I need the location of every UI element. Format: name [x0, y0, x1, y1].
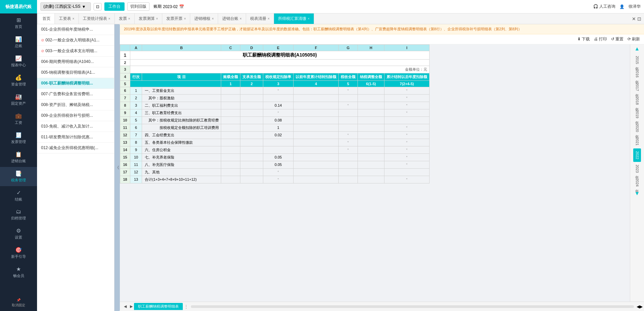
user-name[interactable]: 徐泽华 [629, 4, 641, 9]
year-2020[interactable]: 2020年 [633, 121, 641, 135]
table-title-row: 1 职工薪酬纳税调整明细表(A105050) [120, 51, 430, 59]
download-button[interactable]: ⬇ 下载 [577, 36, 590, 42]
tab-tax-list[interactable]: 税表清册 × [246, 13, 274, 24]
sidebar-item-archive[interactable]: 🗂 归档管理 [0, 205, 37, 224]
tab-tax-filing[interactable]: 所得税汇算清缴 × [274, 13, 314, 24]
tab-salary[interactable]: 工资表 × [55, 13, 79, 24]
sidebar-item-home[interactable]: ⊞ 首页 [0, 13, 37, 33]
year-2019[interactable]: 2019年 [633, 107, 641, 121]
year-nav-up[interactable]: ▲ [630, 44, 644, 53]
col-header-F: F [294, 44, 339, 51]
warning-text: 2019年度涉及取以前年度结转数据的申报表单元格需要手工维护正确，才能据证本年及… [124, 27, 522, 31]
sidebar-item-label: 进销台账 [11, 159, 26, 164]
form-list-item-009[interactable]: 009-企业所得税弥补亏损明... [37, 110, 114, 121]
user-avatar[interactable]: 👤 [619, 4, 624, 9]
form-list-item-005[interactable]: 005-纳税调整项目明细表(A1... [37, 67, 114, 78]
form-list-item-004[interactable]: 004-期间费用明细表(A1040... [37, 57, 114, 67]
year-2016[interactable]: 2016年 [633, 67, 641, 80]
form-list-item-008[interactable]: 008-资产折旧、摊销及纳税... [37, 100, 114, 110]
sidebar-item-settings[interactable]: ⚙ 设置 [0, 224, 37, 243]
tab-home[interactable]: 首页 [38, 13, 55, 24]
main-area: (勿删) 江西皖宝-LSS ▼ ⊡ 工作台 切到旧版 账期 2023-02 📅 … [37, 0, 644, 311]
scroll-right-icon[interactable]: ▶ [640, 304, 643, 309]
sidebar-item-label: 首页 [15, 24, 22, 29]
form-list-item-001[interactable]: 001-企业所得税年度纳税申... [37, 24, 114, 35]
bottom-tab-menu[interactable]: ⋮ [184, 304, 188, 309]
year-2022[interactable]: 2022年 [633, 148, 641, 162]
sheet-area[interactable]: A B C D E F G H I [120, 44, 630, 302]
year-2017[interactable]: 2017年 [633, 80, 641, 94]
year-2021[interactable]: 2021年 [633, 135, 641, 148]
bottom-nav-next[interactable]: ▶ [129, 304, 134, 309]
tab-invoice-calc[interactable]: 发票测算 × [135, 13, 163, 24]
tab-salary-close[interactable]: × [72, 17, 74, 21]
tab-invoice[interactable]: 发票 × [115, 13, 135, 24]
refresh-button[interactable]: ⟳ 刷新 [628, 36, 640, 42]
tab-salary-report[interactable]: 工资统计报表 × [79, 13, 115, 24]
table-row: 14 9 六、住房公积金 * * [120, 146, 430, 153]
form-list-item-010[interactable]: 010-免税、减计收入及加计... [37, 121, 114, 132]
tab-ledger[interactable]: 进销台账 × [218, 13, 246, 24]
scroll-left-icon[interactable]: ◀ [637, 304, 640, 309]
sidebar-item-funds[interactable]: 💰 资金管理 [0, 71, 37, 90]
bottom-tab-sheet[interactable]: 职工薪酬纳税调整明细表 [134, 303, 183, 310]
panel-collapse-button[interactable]: 《 [114, 24, 120, 311]
tab-ledger-close[interactable]: × [240, 17, 242, 21]
subheader-4: 4 [294, 80, 339, 87]
sidebar-item-reports[interactable]: 📈 报表中心 [0, 52, 37, 71]
sidebar-item-member[interactable]: ★ 畅会员 [0, 263, 37, 282]
row-num-1: 1 [120, 51, 130, 59]
sidebar-item-tax[interactable]: 📑 税务管理 [0, 167, 37, 186]
year-2024[interactable]: 2024年 [633, 176, 641, 189]
sidebar-item-label: 固定资产 [11, 101, 26, 106]
company-settings-button[interactable]: ⊡ [94, 3, 102, 10]
bottom-tabbar: ◀ ▶ 职工薪酬纳税调整明细表 ⋮ ◀ ▶ [120, 302, 644, 311]
workbench-button[interactable]: 工作台 [104, 2, 125, 11]
sidebar-item-assets[interactable]: 🏭 固定资产 [0, 90, 37, 109]
sidebar-item-close[interactable]: ✓ 结账 [0, 186, 37, 205]
tab-audit[interactable]: 进销稽核 × [190, 13, 218, 24]
bottom-nav-prev[interactable]: ◀ [123, 304, 128, 309]
sidebar-item-unpin[interactable]: 📌 取消固定 [0, 295, 37, 311]
year-nav-down[interactable]: ▼ [630, 189, 644, 198]
tab-tax-list-close[interactable]: × [268, 17, 270, 21]
tab-salary-label: 工资表 [59, 16, 71, 22]
funds-icon: 💰 [15, 74, 22, 81]
print-button[interactable]: 🖨 打印 [594, 36, 607, 42]
tabs-close-all[interactable]: ✕ [632, 16, 636, 22]
reset-button[interactable]: ↺ 重置 [611, 36, 623, 42]
customer-service-link[interactable]: 🎧 人工咨询 [593, 4, 615, 9]
col-header-A: A [130, 44, 142, 51]
sidebar-item-salary[interactable]: 💼 工资 [0, 109, 37, 129]
tab-salary-report-close[interactable]: × [108, 17, 110, 21]
sidebar-item-guide[interactable]: 🎯 新手引导 [0, 243, 37, 263]
form-list-item-011[interactable]: 011-研发费用加计扣除优惠... [37, 132, 114, 143]
tab-audit-close[interactable]: × [212, 17, 214, 21]
tab-invoice-close[interactable]: × [128, 17, 130, 21]
period-text: 账期 [154, 4, 162, 9]
tab-invoice-issue-close[interactable]: × [184, 17, 186, 21]
year-2015[interactable]: 2015年 [633, 53, 641, 67]
tab-tax-filing-label: 所得税汇算清缴 [278, 16, 306, 22]
tab-invoice-issue[interactable]: 发票开票 × [162, 13, 190, 24]
bottom-scrollbar[interactable] [191, 305, 634, 308]
guide-icon: 🎯 [15, 247, 22, 253]
tab-invoice-calc-close[interactable]: × [156, 17, 158, 21]
sidebar-item-sales[interactable]: 📋 进销台账 [0, 148, 37, 167]
year-2018[interactable]: 2018年 [633, 94, 641, 107]
table-row: 16 11 八、补充医疗保险 0.05 * [120, 161, 430, 168]
tabs-maximize[interactable]: ⊡ [637, 16, 641, 22]
company-selector[interactable]: (勿删) 江西皖宝-LSS ▼ [40, 2, 91, 11]
form-list-item-006[interactable]: 006-职工薪酬纳税调整明细... [37, 78, 114, 89]
form-list-item-002[interactable]: ⊘ 002-一般企业收入明细表(A1... [37, 35, 114, 46]
form-list-item-003[interactable]: ⊘ 003-一般企业成本支出明细... [37, 46, 114, 57]
form-list-item-007[interactable]: 007-广告费和业务宣传费明... [37, 89, 114, 100]
year-2023[interactable]: 2023年 [633, 162, 641, 175]
sidebar-item-ledger[interactable]: 📊 总账 [0, 33, 37, 52]
row-num-5: 5 [120, 80, 130, 87]
switch-old-button[interactable]: 切到旧版 [127, 2, 149, 11]
sidebar-item-invoice[interactable]: 🧾 发票管理 [0, 129, 37, 148]
calendar-icon[interactable]: 📅 [179, 4, 184, 9]
tab-tax-filing-close[interactable]: × [308, 17, 310, 21]
form-list-item-012[interactable]: 012-减免企业所得税优惠明细(... [37, 143, 114, 153]
